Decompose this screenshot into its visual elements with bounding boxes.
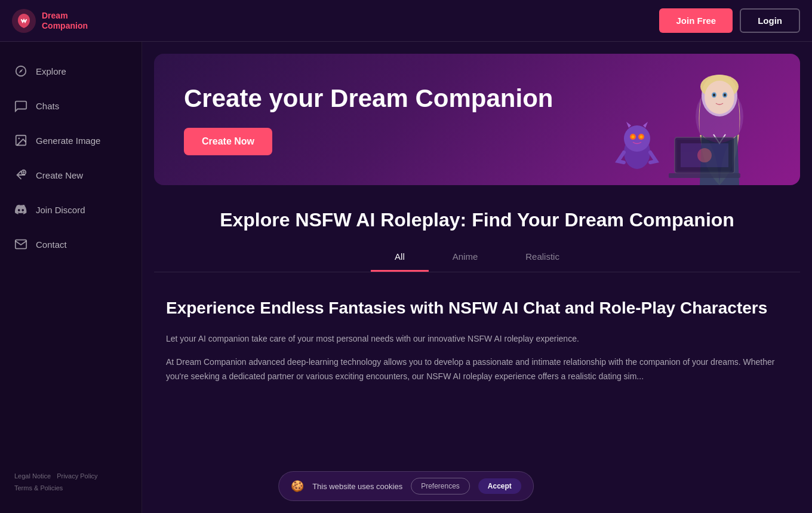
preferences-button[interactable]: Preferences: [411, 478, 470, 494]
explore-section-title: Explore NSFW AI Roleplay: Find Your Drea…: [142, 185, 812, 243]
laptop-svg: [669, 134, 740, 182]
content-para-1: Let your AI companion take care of your …: [166, 332, 788, 346]
sidebar-item-chats-label: Chats: [36, 101, 59, 111]
cookie-text: This website uses cookies: [312, 482, 402, 491]
content-heading: Experience Endless Fantasies with NSFW A…: [166, 296, 788, 320]
tabs-row: All Anime Realistic: [154, 243, 800, 272]
sidebar-item-contact-label: Contact: [36, 239, 67, 250]
login-button[interactable]: Login: [740, 8, 800, 33]
tab-anime[interactable]: Anime: [429, 243, 502, 272]
hero-small-character-svg: [612, 119, 663, 179]
header-buttons: Join Free Login: [659, 8, 800, 33]
footer-link-terms[interactable]: Terms & Policies: [14, 484, 127, 492]
compass-icon: [14, 64, 27, 78]
sidebar-item-join-discord[interactable]: Join Discord: [0, 192, 142, 227]
sidebar-item-create-new[interactable]: Create New: [0, 158, 142, 192]
svg-point-14: [624, 125, 650, 152]
logo-text: Dream Companion: [42, 11, 88, 31]
svg-point-25: [697, 148, 712, 162]
hero-text-area: Create your Dream Companion Create Now: [184, 84, 553, 155]
hero-title: Create your Dream Companion: [184, 84, 553, 113]
sidebar-footer: Legal Notice Privacy Policy Terms & Poli…: [0, 463, 142, 501]
sidebar: Explore Chats Generate Image: [0, 42, 142, 513]
contact-icon: [14, 238, 27, 251]
hero-image-area: [591, 54, 800, 185]
tab-realistic[interactable]: Realistic: [502, 243, 583, 272]
hero-banner: Create your Dream Companion Create Now: [154, 54, 800, 185]
logo-icon: [12, 9, 36, 33]
sidebar-item-generate-image[interactable]: Generate Image: [0, 123, 142, 158]
svg-marker-20: [643, 122, 648, 128]
cookie-banner: 🍪 This website uses cookies Preferences …: [278, 471, 534, 501]
main-content: Create your Dream Companion Create Now: [142, 42, 812, 513]
svg-point-11: [713, 94, 715, 97]
content-para-2: At Dream Companion advanced deep-learnin…: [166, 355, 788, 384]
sidebar-item-explore[interactable]: Explore: [0, 54, 142, 88]
svg-point-12: [724, 94, 726, 97]
create-icon: [14, 168, 27, 182]
tab-all[interactable]: All: [371, 243, 429, 272]
svg-point-18: [640, 136, 643, 139]
svg-marker-19: [626, 122, 631, 128]
sidebar-item-generate-image-label: Generate Image: [36, 136, 100, 146]
footer-links: Legal Notice Privacy Policy: [14, 472, 127, 480]
layout: Explore Chats Generate Image: [0, 0, 812, 513]
svg-point-8: [705, 81, 734, 114]
footer-link-legal[interactable]: Legal Notice: [14, 472, 51, 480]
sidebar-item-chats[interactable]: Chats: [0, 88, 142, 123]
footer-link-privacy[interactable]: Privacy Policy: [57, 472, 97, 480]
sidebar-item-join-discord-label: Join Discord: [36, 205, 85, 215]
svg-rect-23: [669, 173, 740, 178]
cookie-icon: 🍪: [291, 480, 304, 493]
content-section: Experience Endless Fantasies with NSFW A…: [142, 272, 812, 417]
header: Dream Companion Join Free Login: [0, 0, 812, 42]
accept-button[interactable]: Accept: [478, 478, 521, 494]
create-now-button[interactable]: Create Now: [184, 128, 272, 155]
join-free-button[interactable]: Join Free: [659, 8, 733, 33]
chat-icon: [14, 99, 27, 112]
discord-icon: [14, 203, 27, 216]
svg-point-17: [632, 136, 635, 139]
sidebar-item-contact[interactable]: Contact: [0, 227, 142, 262]
sidebar-nav: Explore Chats Generate Image: [0, 54, 142, 463]
sidebar-item-create-new-label: Create New: [36, 170, 83, 180]
sidebar-item-explore-label: Explore: [36, 66, 66, 76]
svg-point-3: [18, 137, 20, 139]
image-icon: [14, 134, 27, 147]
logo[interactable]: Dream Companion: [12, 9, 88, 33]
